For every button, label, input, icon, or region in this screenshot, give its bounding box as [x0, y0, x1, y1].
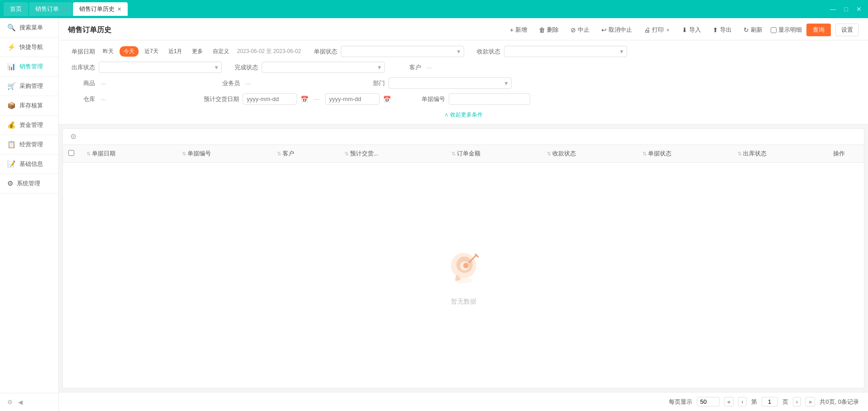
window-maximize-btn[interactable]: □	[842, 5, 851, 14]
expected-date-end-input[interactable]	[325, 93, 379, 105]
empty-state: 暂无数据	[63, 163, 864, 388]
basic-info-icon: 📝	[7, 160, 16, 168]
sidebar-collapse-icon[interactable]: ◀	[18, 399, 23, 406]
query-button[interactable]: 查询	[806, 24, 831, 36]
display-detail-checkbox[interactable]	[771, 27, 777, 33]
department-select[interactable]	[388, 77, 512, 89]
svg-point-4	[463, 263, 469, 268]
table-area: ⚙ 单据日期 单据编号 客户	[62, 128, 864, 388]
col-bill[interactable]: 单据状态	[637, 145, 733, 163]
tab-sales-order-close[interactable]: ✕	[62, 6, 66, 12]
tab-sales-order-history[interactable]: 销售订单历史 ✕	[73, 2, 128, 16]
page-title: 销售订单历史	[68, 25, 111, 35]
filter-complete-status: 完成状态 ▼	[231, 62, 385, 73]
salesperson-more-btn[interactable]: ···	[244, 78, 253, 89]
col-delivery[interactable]: 出库状态	[732, 145, 828, 163]
page-size-select[interactable]: 50 10 20 100	[697, 397, 719, 406]
date-btn-7days[interactable]: 近7天	[140, 46, 163, 57]
filter-bill-status: 单据状态 ▼	[310, 46, 464, 57]
capital-icon: 💰	[7, 121, 16, 129]
new-button[interactable]: + 新增	[506, 24, 531, 36]
system-icon: ⚙	[7, 179, 13, 188]
col-actions: 操作	[828, 145, 864, 163]
sidebar-item-operations[interactable]: 📋 经营管理	[0, 135, 58, 155]
tab-sales-order[interactable]: 销售订单 ✕	[29, 2, 72, 16]
product-more-btn[interactable]: ···	[99, 78, 108, 89]
sidebar-item-inventory[interactable]: 📦 库存核算	[0, 96, 58, 116]
page-number-input[interactable]	[762, 397, 778, 406]
warehouse-more-btn[interactable]: ···	[99, 94, 108, 105]
filter-payment-status: 收款状态 ▼	[473, 46, 627, 57]
sidebar-item-system[interactable]: ⚙ 系统管理	[0, 174, 58, 193]
sales-mgmt-icon: 📊	[7, 63, 16, 71]
date-quick-buttons: 昨天 今天 近7天 近1月 更多 自定义 2023-06-02 至 2023-0…	[99, 46, 301, 57]
filter-warehouse: 仓库 ···	[68, 94, 177, 105]
complete-status-select[interactable]	[262, 62, 385, 73]
table-toolbar: ⚙	[63, 129, 864, 145]
settings-button[interactable]: 设置	[835, 24, 859, 36]
display-detail-toggle[interactable]: 显示明细	[771, 26, 802, 34]
import-icon: ⬇	[682, 26, 687, 34]
stop-button[interactable]: ⊘ 中止	[567, 24, 593, 36]
filter-salesperson: 业务员 ···	[213, 78, 321, 89]
col-number[interactable]: 单据编号	[177, 145, 272, 163]
date-btn-today[interactable]: 今天	[120, 46, 139, 57]
bill-number-input[interactable]	[449, 93, 530, 105]
tab-home[interactable]: 首页	[4, 2, 28, 16]
col-date[interactable]: 单据日期	[81, 145, 177, 163]
total-records: 共0页, 0条记录	[820, 398, 859, 406]
filter-delivery-status: 出库状态 ▼	[68, 62, 222, 73]
filter-area: 单据日期 昨天 今天 近7天 近1月 更多 自定义 2023-06-02 至 2…	[59, 40, 868, 125]
cancel-stop-button[interactable]: ↩ 取消中止	[598, 24, 636, 36]
purchase-mgmt-icon: 🛒	[7, 82, 16, 90]
first-page-btn[interactable]: «	[724, 397, 734, 406]
window-minimize-btn[interactable]: —	[827, 5, 839, 14]
filter-bill-number: 单据编号	[418, 93, 530, 105]
col-payment[interactable]: 收款状态	[542, 145, 637, 163]
col-customer[interactable]: 客户	[272, 145, 339, 163]
print-button[interactable]: 🖨 打印 ▼	[640, 24, 674, 36]
expected-date-start-calendar-icon[interactable]: 📅	[301, 96, 308, 103]
sidebar-settings-icon[interactable]: ⚙	[7, 399, 13, 406]
top-bar: 首页 销售订单 ✕ 销售订单历史 ✕ — □ ✕	[0, 0, 868, 18]
sidebar-item-purchase-mgmt[interactable]: 🛒 采购管理	[0, 77, 58, 96]
sidebar-item-sales-mgmt[interactable]: 📊 销售管理	[0, 57, 58, 77]
date-btn-1month[interactable]: 近1月	[164, 46, 187, 57]
last-page-btn[interactable]: »	[806, 397, 815, 406]
date-btn-more[interactable]: 更多	[188, 46, 207, 57]
bill-status-select-wrap: ▼	[341, 46, 464, 57]
toolbar: + 新增 🗑 删除 ⊘ 中止 ↩ 取消中止 🖨 打印	[506, 24, 859, 36]
import-button[interactable]: ⬇ 导入	[678, 24, 705, 36]
select-all-checkbox[interactable]	[68, 150, 74, 156]
payment-status-select[interactable]	[504, 46, 627, 57]
delivery-status-select[interactable]	[99, 62, 222, 73]
date-btn-custom[interactable]: 自定义	[209, 46, 233, 57]
collapse-btn[interactable]: ∧ 收起更多条件	[68, 109, 859, 119]
delete-button[interactable]: 🗑 删除	[535, 24, 562, 36]
search-menu-icon: 🔍	[7, 24, 16, 32]
prev-page-btn[interactable]: ‹	[738, 397, 746, 406]
date-btn-yesterday[interactable]: 昨天	[99, 46, 118, 57]
col-amount[interactable]: 订单金额	[446, 145, 542, 163]
sidebar-item-capital[interactable]: 💰 资金管理	[0, 116, 58, 135]
stop-icon: ⊘	[571, 26, 576, 34]
col-expected[interactable]: 预计交货...	[339, 145, 446, 163]
next-page-btn[interactable]: ›	[793, 397, 801, 406]
expected-date-start-input[interactable]	[243, 93, 297, 105]
export-button[interactable]: ⬆ 导出	[709, 24, 735, 36]
complete-status-select-wrap: ▼	[262, 62, 385, 73]
sidebar-item-search-menu[interactable]: 🔍 搜索菜单	[0, 18, 58, 38]
refresh-button[interactable]: ↻ 刷新	[740, 24, 766, 36]
customer-more-btn[interactable]: ···	[425, 62, 434, 73]
bill-status-select[interactable]	[341, 46, 464, 57]
sidebar-item-quick-nav[interactable]: ⚡ 快捷导航	[0, 38, 58, 57]
expected-date-end-calendar-icon[interactable]: 📅	[383, 96, 391, 103]
operations-icon: 📋	[7, 140, 16, 149]
page-label-end: 页	[782, 398, 788, 406]
print-icon: 🖨	[644, 26, 650, 34]
table-settings-icon[interactable]: ⚙	[70, 132, 77, 141]
sidebar-item-basic-info[interactable]: 📝 基础信息	[0, 155, 58, 174]
tab-history-close[interactable]: ✕	[117, 6, 121, 12]
quick-nav-icon: ⚡	[7, 43, 16, 51]
window-close-btn[interactable]: ✕	[854, 5, 864, 14]
